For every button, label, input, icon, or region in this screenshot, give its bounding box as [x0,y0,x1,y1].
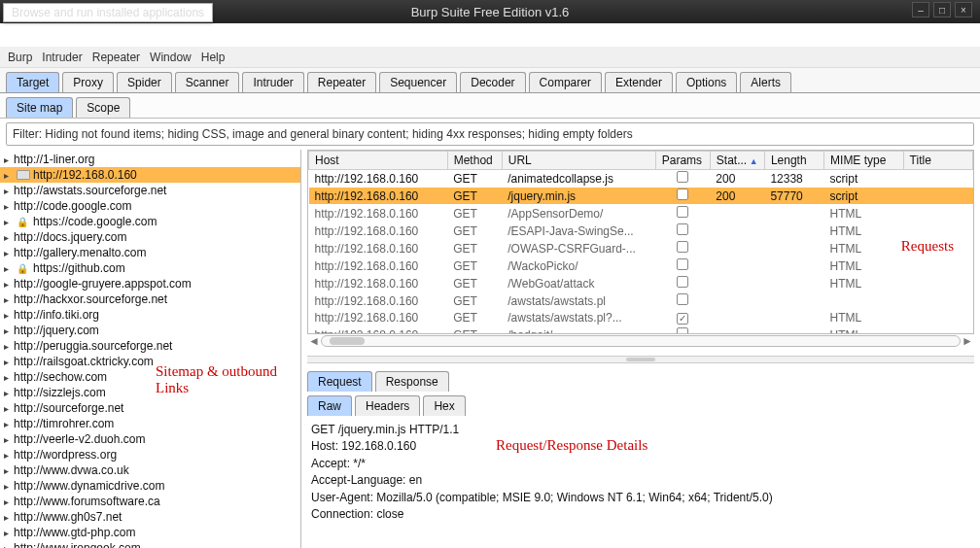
tree-item[interactable]: ▸http://sechow.com [0,369,300,385]
tree-expand-icon[interactable]: ▸ [4,528,14,538]
menu-burp[interactable]: Burp [8,51,32,64]
col-host[interactable]: Host [309,152,448,170]
table-row[interactable]: http://192.168.0.160GET/animatedcollapse… [309,170,973,188]
tree-expand-icon[interactable]: ▸ [4,310,14,321]
params-checkbox[interactable] [677,293,688,305]
tree-item[interactable]: ▸http://www.forumsoftware.ca [0,494,300,509]
tree-item[interactable]: ▸https://code.google.com [0,214,300,229]
table-row[interactable]: http://192.168.0.160GET/bodgeit/HTML [309,326,973,335]
params-checkbox[interactable] [677,241,688,253]
sitemap-tree[interactable]: Sitemap & outbound Links ▸http://1-liner… [0,150,301,548]
tab-comparer[interactable]: Comparer [529,72,602,92]
table-row[interactable]: http://192.168.0.160GET/jquery.min.js200… [309,188,973,205]
tab-alerts[interactable]: Alerts [740,72,791,92]
minimize-button[interactable]: – [912,2,929,17]
tree-item[interactable]: ▸http://awstats.sourceforge.net [0,183,300,198]
params-checkbox[interactable] [677,223,688,235]
tree-item[interactable]: ▸http://hackxor.sourceforge.net [0,291,300,307]
tree-expand-icon[interactable]: ▸ [4,294,14,305]
col-params[interactable]: Params [655,152,710,170]
params-checkbox[interactable] [677,206,688,218]
tree-expand-icon[interactable]: ▸ [4,450,14,461]
col-length[interactable]: Length [764,152,823,170]
tree-expand-icon[interactable]: ▸ [4,341,14,352]
tree-expand-icon[interactable]: ▸ [4,201,14,212]
horizontal-scrollbar[interactable]: ◄ ► [307,334,974,348]
tree-expand-icon[interactable]: ▸ [4,403,14,414]
detail-subtab-headers[interactable]: Headers [355,395,420,416]
tree-item[interactable]: ▸http://www.dynamicdrive.com [0,478,300,494]
tree-expand-icon[interactable]: ▸ [4,279,14,290]
scroll-right-icon[interactable]: ► [961,334,974,348]
tab-intruder[interactable]: Intruder [242,72,303,92]
params-checkbox[interactable] [677,258,688,270]
tab-repeater[interactable]: Repeater [307,72,376,92]
col-mimetype[interactable]: MIME type [824,152,904,170]
tab-spider[interactable]: Spider [117,72,172,92]
tree-item[interactable]: ▸http://gallery.menalto.com [0,245,300,260]
tree-expand-icon[interactable]: ▸ [4,170,14,181]
tab-decoder[interactable]: Decoder [460,72,525,92]
tab-extender[interactable]: Extender [605,72,673,92]
tree-item[interactable]: ▸http://code.google.com [0,198,300,214]
tree-expand-icon[interactable]: ▸ [4,388,14,398]
tree-expand-icon[interactable]: ▸ [4,543,14,549]
requests-table[interactable]: HostMethodURLParamsStat...LengthMIME typ… [307,150,974,334]
table-row[interactable]: http://192.168.0.160GET/WackoPicko/HTML [309,257,973,275]
table-row[interactable]: http://192.168.0.160GET/OWASP-CSRFGuard-… [309,240,973,257]
col-url[interactable]: URL [502,152,655,170]
tree-item[interactable]: ▸http://www.dvwa.co.uk [0,462,300,478]
params-checkbox[interactable] [677,327,688,334]
splitter-handle[interactable] [307,356,974,363]
tree-item[interactable]: ▸http://veerle-v2.duoh.com [0,431,300,447]
menu-window[interactable]: Window [150,51,192,64]
tree-item[interactable]: ▸https://github.com [0,260,300,276]
table-row[interactable]: http://192.168.0.160GET/AppSensorDemo/HT… [309,205,973,223]
table-row[interactable]: http://192.168.0.160GET/ESAPI-Java-Swing… [309,223,973,240]
tree-expand-icon[interactable]: ▸ [4,419,14,429]
tree-expand-icon[interactable]: ▸ [4,217,14,227]
detail-subtab-raw[interactable]: Raw [307,395,352,416]
menu-repeater[interactable]: Repeater [92,51,140,64]
tree-item[interactable]: ▸http://google-gruyere.appspot.com [0,276,300,291]
tab-sequencer[interactable]: Sequencer [379,72,457,92]
tree-item[interactable]: ▸http://docs.jquery.com [0,229,300,245]
params-checkbox[interactable] [677,171,688,183]
col-stat[interactable]: Stat... [710,152,764,170]
subtab-scope[interactable]: Scope [76,97,130,118]
tree-expand-icon[interactable]: ▸ [4,372,14,383]
tab-scanner[interactable]: Scanner [175,72,240,92]
tree-item[interactable]: ▸http://info.tiki.org [0,307,300,323]
tree-expand-icon[interactable]: ▸ [4,357,14,367]
tree-expand-icon[interactable]: ▸ [4,465,14,476]
tree-item[interactable]: ▸http://wordpress.org [0,447,300,462]
close-button[interactable]: × [955,2,972,17]
scroll-left-icon[interactable]: ◄ [307,334,321,348]
table-row[interactable]: http://192.168.0.160GET/awstats/awstats.… [309,310,973,326]
tree-item[interactable]: ▸http://jquery.com [0,323,300,338]
tree-expand-icon[interactable]: ▸ [4,434,14,445]
table-row[interactable]: http://192.168.0.160GET/WebGoat/attackHT… [309,275,973,292]
filter-bar[interactable]: Filter: Hiding not found items; hiding C… [6,122,974,146]
tree-expand-icon[interactable]: ▸ [4,325,14,336]
tree-expand-icon[interactable]: ▸ [4,481,14,492]
col-title[interactable]: Title [903,152,972,170]
tree-item[interactable]: ▸http://sizzlejs.com [0,385,300,400]
detail-tab-request[interactable]: Request [307,371,372,392]
tree-expand-icon[interactable]: ▸ [4,497,14,507]
tab-proxy[interactable]: Proxy [62,72,114,92]
col-method[interactable]: Method [447,152,502,170]
subtab-site-map[interactable]: Site map [6,97,73,118]
tree-item[interactable]: ▸http://www.gh0s7.net [0,509,300,525]
detail-subtab-hex[interactable]: Hex [423,395,465,416]
tree-item[interactable]: ▸http://peruggia.sourceforge.net [0,338,300,354]
menu-intruder[interactable]: Intruder [42,51,82,64]
table-row[interactable]: http://192.168.0.160GET/awstats/awstats.… [309,292,973,310]
tree-item[interactable]: ▸http://sourceforge.net [0,400,300,416]
tree-item[interactable]: ▸http://www.irongeek.com [0,540,300,548]
tab-options[interactable]: Options [676,72,737,92]
tree-expand-icon[interactable]: ▸ [4,263,14,274]
tree-expand-icon[interactable]: ▸ [4,248,14,258]
detail-tab-response[interactable]: Response [375,371,449,392]
params-checkbox[interactable] [677,188,688,200]
